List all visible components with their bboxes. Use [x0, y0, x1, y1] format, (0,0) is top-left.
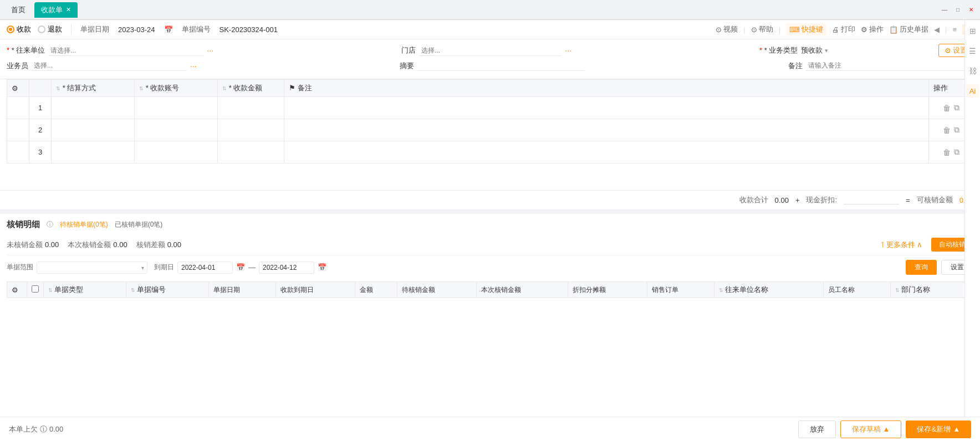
sidebar-table-icon[interactable]: ⊞	[966, 24, 979, 38]
operation-btn[interactable]: ⚙ 操作	[861, 24, 884, 34]
number-sort-icon[interactable]: ⇅	[131, 288, 135, 293]
print-icon: 🖨	[832, 25, 839, 34]
staff-more-btn[interactable]: ···	[190, 61, 197, 70]
filter-icon: ⊺	[881, 240, 885, 249]
col-settings-header[interactable]: ⚙	[7, 80, 29, 97]
available-label: 可核销金额	[917, 195, 953, 205]
carry-icon: ⓘ	[40, 424, 47, 434]
cal-from-icon[interactable]: 📅	[236, 263, 245, 271]
row1-copy-icon[interactable]: ⧉	[954, 103, 959, 112]
row1-amount[interactable]	[218, 97, 284, 119]
video-btn[interactable]: ⊙ 视频	[716, 24, 738, 34]
nav-left-icon[interactable]: ◀	[934, 25, 940, 34]
remark-label: 备注	[788, 61, 803, 71]
print-btn[interactable]: 🖨 打印	[832, 24, 855, 34]
tab-receipt[interactable]: 收款单 ✕	[34, 2, 78, 18]
writeoff-info-icon[interactable]: ⓘ	[47, 220, 53, 229]
date-to-input[interactable]	[259, 261, 314, 274]
writeoff-table-container: ⚙ ⇅ 单据类型 ⇅ 单据编号 单据日期 收款到期日 金额 待	[7, 279, 973, 298]
tab-close-icon[interactable]: ✕	[66, 6, 71, 13]
help-btn[interactable]: ⊙ 帮助	[751, 24, 773, 34]
row3-settlement[interactable]	[52, 141, 135, 163]
more-conditions-btn[interactable]: ⊺ 更多条件 ∧	[881, 240, 922, 250]
row3-copy-icon[interactable]: ⧉	[954, 147, 959, 157]
more-conditions-arrow: ∧	[917, 240, 922, 249]
row2-copy-icon[interactable]: ⧉	[954, 125, 959, 135]
sidebar-link-icon[interactable]: ⛓	[966, 64, 979, 78]
type-sort-icon[interactable]: ⇅	[48, 288, 53, 293]
close-btn[interactable]: ✕	[967, 6, 976, 14]
row1-remark[interactable]	[284, 97, 929, 119]
summary-row: 收款合计 0.00 + 现金折扣: = 可核销金额 0.00	[0, 190, 980, 209]
minimize-btn[interactable]: —	[940, 6, 949, 14]
maximize-btn[interactable]: □	[953, 6, 962, 14]
calendar-icon[interactable]: 📅	[164, 25, 173, 34]
table-gear-icon[interactable]: ⚙	[12, 84, 18, 93]
completed-tab-link[interactable]: 已核销单据(0笔)	[115, 220, 163, 229]
range-field: 单据范围	[7, 261, 147, 274]
row2-settings	[7, 119, 29, 141]
total-value: 0.00	[775, 196, 789, 204]
remark-input[interactable]	[806, 60, 973, 71]
right-sidebar: ⊞ ☰ ⛓ Ai	[964, 20, 980, 441]
history-btn[interactable]: 📋 历史单据	[889, 24, 928, 34]
settlement-sort-icon[interactable]: ⇅	[56, 86, 60, 91]
shortcut-icon: ⌨	[789, 25, 800, 34]
row2-delete-icon[interactable]: 🗑	[943, 126, 951, 135]
partner-sort-icon[interactable]: ⇅	[719, 288, 723, 293]
row1-account[interactable]	[135, 97, 218, 119]
more-conditions-label: 更多条件	[886, 240, 915, 250]
row3-remark[interactable]	[284, 141, 929, 163]
business-type-select[interactable]: 预收款 ▾	[801, 45, 828, 55]
total-label: 收款合计	[739, 195, 768, 205]
row2-settlement[interactable]	[52, 119, 135, 141]
toolbar-right: ⊙ 视频 | ⊙ 帮助 | ⌨ 快捷键 🖨 打印 ⚙ 操作 📋	[716, 23, 973, 35]
amount-sort-icon[interactable]: ⇅	[222, 86, 227, 91]
tab-home-label: 首页	[11, 5, 25, 15]
row1-num: 1	[29, 97, 52, 119]
range-select[interactable]	[37, 261, 147, 274]
summary-input[interactable]	[417, 60, 585, 71]
query-btn[interactable]: 查询	[906, 260, 937, 275]
partner-more-btn[interactable]: ···	[207, 46, 213, 55]
select-all-checkbox[interactable]	[32, 285, 39, 293]
cal-to-icon[interactable]: 📅	[318, 263, 326, 271]
sidebar-list-icon[interactable]: ☰	[966, 44, 979, 58]
store-field: 门店 ···	[401, 45, 571, 56]
abandon-btn[interactable]: 放弃	[798, 421, 836, 438]
account-sort-icon[interactable]: ⇅	[139, 86, 144, 91]
dept-sort-icon[interactable]: ⇅	[895, 288, 900, 293]
plus-sign: +	[795, 196, 800, 204]
row2-amount[interactable]	[218, 119, 284, 141]
row2-remark[interactable]	[284, 119, 929, 141]
save-btn-label: 保存&新增	[917, 424, 951, 434]
receipt-radio[interactable]: 收款	[7, 24, 31, 34]
pending-tab-link[interactable]: 待核销单据(0笔)	[60, 220, 108, 229]
tab-home[interactable]: 首页	[4, 2, 32, 18]
row3-amount[interactable]	[218, 141, 284, 163]
row3-delete-icon[interactable]: 🗑	[943, 148, 951, 157]
save-btn[interactable]: 保存&新增 ▲	[906, 421, 971, 438]
refund-radio[interactable]: 退款	[38, 24, 62, 34]
row1-delete-icon[interactable]: 🗑	[943, 104, 951, 112]
unchecked-label: 未核销金额	[7, 240, 43, 250]
row1-settlement[interactable]	[52, 97, 135, 119]
sidebar-ai-icon[interactable]: Ai	[966, 84, 979, 98]
partner-input[interactable]	[48, 45, 203, 56]
row3-account[interactable]	[135, 141, 218, 163]
staff-input[interactable]	[32, 60, 187, 71]
discount-input[interactable]	[844, 196, 899, 204]
row2-account[interactable]	[135, 119, 218, 141]
wcol-settings[interactable]: ⚙	[7, 282, 27, 298]
bottom-bar: 本单上欠 ⓘ 0.00 放弃 保存草稿 ▲ 保存&新增 ▲	[0, 417, 980, 441]
business-type-label: * * 业务类型	[759, 45, 798, 55]
date-from-input[interactable]	[177, 261, 233, 274]
draft-arrow-icon[interactable]: ▲	[883, 425, 890, 433]
list-icon[interactable]: ≡	[952, 25, 957, 34]
wcol-gear-icon[interactable]: ⚙	[12, 286, 18, 294]
shortcut-btn[interactable]: ⌨ 快捷键	[786, 23, 826, 35]
draft-btn[interactable]: 保存草稿 ▲	[840, 421, 902, 438]
store-input[interactable]	[419, 45, 562, 56]
save-arrow-icon[interactable]: ▲	[953, 425, 960, 433]
store-more-btn[interactable]: ···	[565, 46, 571, 55]
